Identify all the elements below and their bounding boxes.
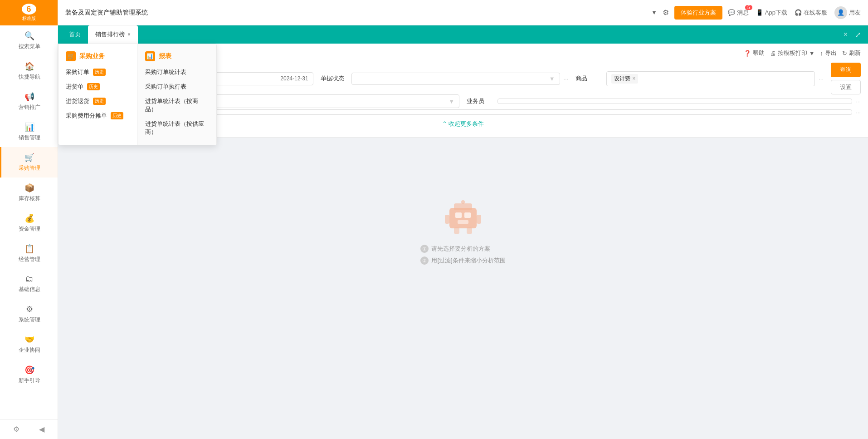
inventory-label: 库存核算 [19, 195, 40, 202]
online-service-action[interactable]: 🎧 在线客服 [795, 9, 827, 17]
refresh-action[interactable]: ↻ 刷新 [842, 49, 861, 57]
print-action[interactable]: 🖨 按模板打印 ▼ [770, 49, 815, 57]
tab-bar: 首页 销售排行榜 × × ⤢ [58, 25, 868, 44]
menu-purchase-order[interactable]: 采购订单 历史 [59, 65, 137, 79]
sidebar-item-purchase[interactable]: 🛒 采购管理 [0, 147, 58, 178]
history-badge-4: 历史 [111, 112, 123, 119]
sidebar: 6 标准版 🔍 搜索菜单 🏠 快捷导航 📢 营销推广 📊 销售管理 🛒 采购管理… [0, 0, 58, 439]
dropdown-chevron-icon: ▼ [651, 9, 657, 16]
dropdown-report-header: 📊 报表 [138, 49, 217, 65]
export-action[interactable]: ↑ 导出 [820, 49, 837, 57]
topbar-gear-icon[interactable]: ⚙ [663, 8, 669, 17]
empty-state: ① 请先选择要分析的方案 ② 用[过滤]条件来缩小分析范围 [58, 138, 868, 319]
svg-rect-0 [449, 208, 477, 228]
topbar-dropdown[interactable]: ▼ [651, 9, 657, 16]
settings-button[interactable]: 设置 [831, 80, 861, 94]
svg-rect-1 [454, 203, 472, 210]
dropdown-purchase-col: 🛒 采购业务 采购订单 历史 进货单 历史 进货退货 历史 采购费用分摊单 历史 [59, 44, 138, 145]
salesperson-input[interactable] [497, 99, 852, 104]
salesperson-label: 业务员 [467, 97, 494, 105]
sidebar-item-quick-nav[interactable]: 🏠 快捷导航 [0, 56, 58, 86]
sidebar-item-system[interactable]: ⚙ 系统管理 [0, 299, 58, 329]
purchase-label: 采购管理 [19, 164, 40, 172]
system-label: 系统管理 [19, 316, 40, 324]
inventory-icon: 📦 [24, 183, 34, 193]
sidebar-item-inventory[interactable]: 📦 库存核算 [0, 178, 58, 208]
status-input[interactable]: ▼ [351, 73, 560, 85]
goods-tag: 设计费 × [611, 74, 638, 84]
tab-home[interactable]: 首页 [62, 25, 88, 44]
sales-icon: 📊 [24, 122, 34, 132]
dropdown-purchase-header: 🛒 采购业务 [59, 49, 137, 65]
basic-info-icon: 🗂 [25, 274, 34, 284]
history-badge-2: 历史 [87, 83, 100, 90]
tab-sales-rank-close[interactable]: × [127, 31, 131, 38]
menu-incoming-stats-by-supplier[interactable]: 进货单统计表（按供应商） [138, 117, 217, 139]
sidebar-item-basic-info[interactable]: 🗂 基础信息 [0, 269, 58, 299]
purchase-header-icon: 🛒 [66, 51, 76, 61]
customer-dots[interactable]: ··· [856, 109, 861, 116]
user-avatar: 👤 [834, 6, 847, 19]
menu-incoming-stats-by-goods[interactable]: 进货单统计表（按商品） [138, 94, 217, 117]
menu-incoming-return[interactable]: 进货退货 历史 [59, 94, 137, 109]
svg-rect-5 [458, 220, 468, 224]
industry-btn[interactable]: 体验行业方案 [674, 6, 722, 20]
goods-dots[interactable]: ··· [819, 75, 824, 82]
print-icon: 🖨 [770, 50, 776, 57]
sidebar-item-enterprise[interactable]: 🤝 企业协同 [0, 329, 58, 360]
status-chevron-icon: ▼ [549, 75, 555, 82]
sidebar-item-finance[interactable]: 💰 资金管理 [0, 208, 58, 238]
salesperson-dots[interactable]: ··· [856, 98, 861, 105]
menu-incoming-order[interactable]: 进货单 历史 [59, 79, 137, 94]
sidebar-logo: 6 标准版 [0, 0, 58, 25]
tab-bar-close-icon[interactable]: × [840, 30, 851, 39]
dropdown-report-col: 📊 报表 采购订单统计表 采购订单执行表 进货单统计表（按商品） 进货单统计表（… [138, 44, 217, 145]
topbar: 装备及固定资产辅助管理系统 ▼ ⚙ 体验行业方案 💬 消息 5 📱 App下载 … [58, 0, 868, 25]
user-action[interactable]: 👤 用友 [834, 6, 861, 19]
purchase-dropdown-menu: 🛒 采购业务 采购订单 历史 进货单 历史 进货退货 历史 采购费用分摊单 历史 [58, 44, 217, 145]
enterprise-label: 企业协同 [19, 346, 40, 354]
logo-icon: 6 [22, 4, 36, 15]
query-button[interactable]: 查询 [831, 63, 861, 77]
help-action[interactable]: ❓ 帮助 [744, 49, 765, 57]
phone-icon: 📱 [756, 9, 763, 16]
collapse-sidebar-icon[interactable]: ◀ [37, 423, 46, 435]
avatar-icon: 👤 [837, 9, 844, 16]
sidebar-item-operations[interactable]: 📋 经营管理 [0, 238, 58, 269]
message-action[interactable]: 💬 消息 5 [728, 9, 749, 17]
sidebar-nav: 🔍 搜索菜单 🏠 快捷导航 📢 营销推广 📊 销售管理 🛒 采购管理 📦 库存核… [0, 25, 58, 419]
menu-purchase-fee[interactable]: 采购费用分摊单 历史 [59, 109, 137, 123]
tab-bar-expand-icon[interactable]: ⤢ [851, 30, 864, 39]
history-badge-1: 历史 [93, 69, 106, 76]
headset-icon: 🎧 [795, 9, 802, 16]
svg-rect-9 [467, 227, 472, 234]
status-dots[interactable]: ··· [564, 75, 569, 82]
tab-sales-rank[interactable]: 销售排行榜 × [88, 25, 138, 44]
topbar-actions: 💬 消息 5 📱 App下载 🎧 在线客服 👤 用友 [728, 6, 861, 19]
history-badge-3: 历史 [93, 98, 106, 105]
sidebar-item-search[interactable]: 🔍 搜索菜单 [0, 25, 58, 56]
menu-purchase-order-stats[interactable]: 采购订单统计表 [138, 65, 217, 79]
guide-label: 新手引导 [19, 377, 40, 385]
empty-robot-icon [440, 192, 486, 237]
purchase-icon: 🛒 [24, 153, 34, 163]
sidebar-item-marketing[interactable]: 📢 营销推广 [0, 86, 58, 117]
settings-bottom-icon[interactable]: ⚙ [11, 423, 21, 435]
topbar-system-title: 装备及固定资产辅助管理系统 [65, 9, 646, 17]
svg-point-2 [461, 200, 465, 204]
finance-label: 资金管理 [19, 225, 40, 233]
search-label: 搜索菜单 [19, 43, 40, 50]
operations-icon: 📋 [24, 244, 34, 254]
goods-input[interactable]: 设计费 × [606, 71, 815, 86]
goods-tag-close[interactable]: × [632, 75, 635, 82]
guide-icon: 🎯 [24, 365, 34, 375]
app-download-action[interactable]: 📱 App下载 [756, 9, 787, 17]
menu-purchase-order-exec[interactable]: 采购订单执行表 [138, 79, 217, 94]
sidebar-item-sales[interactable]: 📊 销售管理 [0, 117, 58, 147]
svg-rect-3 [455, 212, 462, 218]
sidebar-item-guide[interactable]: 🎯 新手引导 [0, 360, 58, 390]
print-chevron-icon: ▼ [809, 50, 815, 57]
goods-label: 商品 [575, 74, 603, 83]
status-filter-item: 单据状态 ▼ ··· [321, 73, 569, 85]
empty-text-1: ① 请先选择要分析的方案 [420, 245, 505, 253]
